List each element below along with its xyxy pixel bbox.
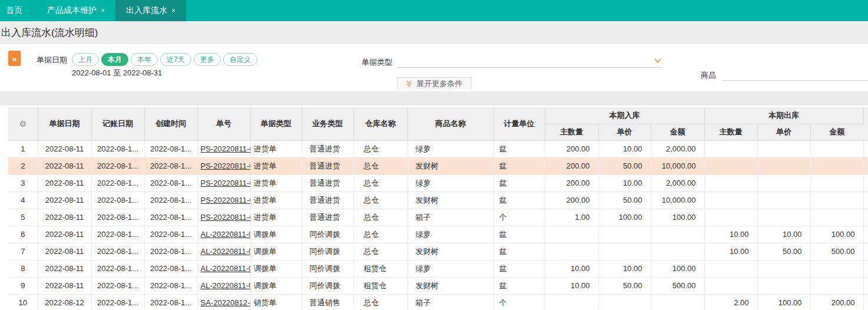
table-row[interactable]: 4 2022-08-11 2022-08-1... 2022-08-1... P… bbox=[8, 192, 868, 209]
doc-no-link[interactable]: AL-20220811-0 bbox=[201, 230, 251, 239]
table-row[interactable]: 5 2022-08-11 2022-08-1... 2022-08-1... P… bbox=[8, 209, 868, 226]
date-pill[interactable]: 上月 bbox=[72, 53, 99, 66]
table-row[interactable]: 7 2022-08-11 2022-08-1... 2022-08-1... A… bbox=[8, 243, 868, 260]
cell-doc-type: 调拨单 bbox=[250, 277, 302, 294]
date-pill[interactable]: 近7天 bbox=[160, 53, 191, 66]
tab-product-cost[interactable]: 产品成本维护 × bbox=[37, 0, 115, 21]
cell-out-qty bbox=[704, 174, 757, 192]
col-header-unit[interactable]: 计量单位 bbox=[493, 107, 545, 140]
collapse-panel-button[interactable]: » bbox=[8, 51, 21, 66]
col-header-in-price[interactable]: 单价 bbox=[598, 124, 651, 140]
cell-overflow bbox=[863, 157, 868, 174]
table-row[interactable]: 10 2022-08-12 2022-08-1... 2022-08-1... … bbox=[8, 294, 868, 310]
col-header-biz-type[interactable]: 业务类型 bbox=[302, 107, 353, 140]
cell-in-price: 10.00 bbox=[598, 260, 651, 277]
cell-overflow bbox=[863, 277, 868, 294]
cell-out-amount bbox=[810, 209, 863, 226]
cell-overflow bbox=[863, 209, 868, 226]
row-number: 7 bbox=[8, 243, 38, 260]
cell-doc-date: 2022-08-11 bbox=[38, 209, 91, 226]
col-header-product-name[interactable]: 商品名称 bbox=[408, 107, 493, 140]
cell-biz-type: 普通进货 bbox=[302, 174, 353, 192]
cell-product-name: 绿萝 bbox=[408, 174, 493, 192]
date-pill[interactable]: 自定义 bbox=[223, 53, 257, 66]
cell-out-price: 50.00 bbox=[757, 243, 810, 260]
table-row[interactable]: 2 2022-08-11 2022-08-1... 2022-08-1... P… bbox=[8, 157, 868, 174]
cell-create-time: 2022-08-1... bbox=[144, 294, 197, 310]
cell-warehouse: 租赁仓 bbox=[353, 277, 408, 294]
col-header-book-date[interactable]: 记账日期 bbox=[91, 107, 144, 140]
product-input[interactable] bbox=[722, 68, 868, 81]
doc-no-link[interactable]: PS-20220811-0 bbox=[201, 161, 251, 170]
doc-type-label: 单据类型 bbox=[362, 55, 392, 68]
date-pill[interactable]: 本年 bbox=[131, 53, 158, 66]
table-body: 1 2022-08-11 2022-08-1... 2022-08-1... P… bbox=[8, 140, 868, 310]
table-row[interactable]: 1 2022-08-11 2022-08-1... 2022-08-1... P… bbox=[8, 140, 868, 157]
cell-out-price bbox=[757, 174, 810, 192]
cell-out-qty: 10.00 bbox=[704, 226, 757, 243]
date-range-value[interactable]: 2022-08-01 至 2022-08-31 bbox=[72, 68, 162, 78]
cell-doc-date: 2022-08-11 bbox=[38, 243, 91, 260]
column-settings-button[interactable]: ⚙ bbox=[8, 107, 38, 140]
col-header-create-time[interactable]: 创建时间 bbox=[144, 107, 197, 140]
cell-out-qty bbox=[704, 140, 757, 157]
doc-no-link[interactable]: PS-20220811-0 bbox=[201, 213, 251, 222]
doc-no-link[interactable]: PS-20220811-0 bbox=[201, 144, 251, 153]
cell-biz-type: 普通进货 bbox=[302, 157, 353, 174]
col-header-in-amount[interactable]: 金额 bbox=[651, 124, 704, 140]
table-row[interactable]: 6 2022-08-11 2022-08-1... 2022-08-1... A… bbox=[8, 226, 868, 243]
col-header-out-amount[interactable]: 金额 bbox=[810, 124, 863, 140]
cell-out-amount: 200.00 bbox=[810, 294, 863, 310]
cell-product-name: 箱子 bbox=[408, 294, 493, 310]
cell-doc-type: 进货单 bbox=[250, 174, 302, 192]
group-header-inbound: 本期入库 bbox=[545, 107, 704, 124]
expand-more-conditions-button[interactable]: ≫ 展开更多条件 bbox=[397, 77, 472, 90]
date-pill[interactable]: 本月 bbox=[101, 53, 128, 66]
cell-product-name: 发财树 bbox=[408, 192, 493, 209]
cell-book-date: 2022-08-1... bbox=[91, 277, 144, 294]
cell-in-amount: 100.00 bbox=[651, 260, 704, 277]
col-header-doc-date[interactable]: 单据日期 bbox=[38, 107, 91, 140]
cell-book-date: 2022-08-1... bbox=[91, 157, 144, 174]
tab-home[interactable]: 首页 bbox=[0, 0, 37, 21]
table-row[interactable]: 3 2022-08-11 2022-08-1... 2022-08-1... P… bbox=[8, 174, 868, 192]
col-header-doc-no[interactable]: 单号 bbox=[197, 107, 250, 140]
filter-panel: » 单据日期 上月本月本年近7天更多自定义 2022-08-01 至 2022-… bbox=[0, 44, 868, 91]
doc-no-link[interactable]: PS-20220811-0 bbox=[201, 179, 251, 187]
double-chevron-down-icon: ≫ bbox=[405, 80, 413, 88]
doc-type-select[interactable] bbox=[398, 55, 662, 68]
cell-product-name: 绿萝 bbox=[408, 226, 493, 243]
cell-out-price bbox=[757, 277, 810, 294]
cell-in-price: 50.00 bbox=[598, 192, 651, 209]
col-header-out-qty[interactable]: 主数量 bbox=[704, 124, 757, 140]
cell-overflow bbox=[863, 294, 868, 310]
doc-no-link[interactable]: AL-20220811-0 bbox=[201, 281, 251, 290]
col-header-in-qty[interactable]: 主数量 bbox=[545, 124, 598, 140]
table-row[interactable]: 8 2022-08-11 2022-08-1... 2022-08-1... A… bbox=[8, 260, 868, 277]
table-row[interactable]: 9 2022-08-11 2022-08-1... 2022-08-1... A… bbox=[8, 277, 868, 294]
cell-in-qty: 10.00 bbox=[545, 260, 598, 277]
cell-doc-type: 进货单 bbox=[250, 157, 302, 174]
date-pill[interactable]: 更多 bbox=[194, 53, 221, 66]
tab-inout-flow[interactable]: 出入库流水 × bbox=[115, 0, 186, 21]
close-icon[interactable]: × bbox=[101, 7, 105, 14]
doc-no-link[interactable]: AL-20220811-0 bbox=[201, 247, 251, 256]
cell-in-price: 50.00 bbox=[598, 277, 651, 294]
doc-no-link[interactable]: AL-20220811-0 bbox=[201, 264, 251, 273]
cell-unit: 盆 bbox=[493, 174, 545, 192]
cell-out-price bbox=[757, 192, 810, 209]
cell-unit: 盆 bbox=[493, 243, 545, 260]
cell-book-date: 2022-08-1... bbox=[91, 192, 144, 209]
close-icon[interactable]: × bbox=[171, 7, 175, 14]
cell-product-name: 发财树 bbox=[408, 243, 493, 260]
col-header-out-price[interactable]: 单价 bbox=[757, 124, 810, 140]
cell-out-amount bbox=[810, 174, 863, 192]
cell-in-price bbox=[598, 294, 651, 310]
col-header-doc-type[interactable]: 单据类型 bbox=[250, 107, 302, 140]
cell-in-price: 50.00 bbox=[598, 157, 651, 174]
cell-create-time: 2022-08-1... bbox=[144, 157, 197, 174]
col-header-overflow bbox=[863, 107, 868, 140]
doc-no-link[interactable]: PS-20220811-0 bbox=[201, 196, 251, 205]
col-header-warehouse[interactable]: 仓库名称 bbox=[353, 107, 408, 140]
doc-no-link[interactable]: SA-20220812-0 bbox=[201, 298, 251, 307]
